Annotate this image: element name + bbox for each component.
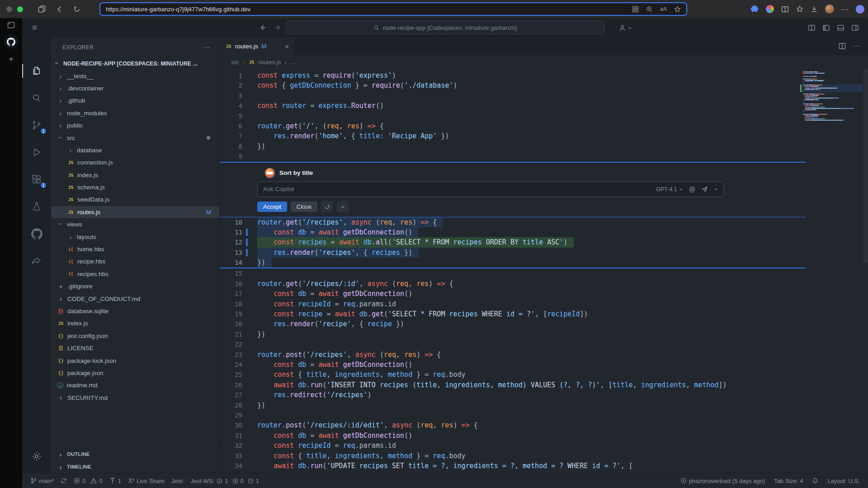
timeline-section[interactable]: › TIMELINE [51,460,219,473]
tree-file-readme-md[interactable]: ireadme.md [51,379,219,391]
editor-scrollbar[interactable] [863,69,868,263]
tree-file-license[interactable]: LICENSE [51,342,219,354]
jest-ws-status[interactable]: Jest-WS: 1 0 ? 1 [191,478,259,484]
tree-file-recipes-hbs[interactable]: {{recipes.hbs [51,268,219,280]
github-logo-icon[interactable] [4,34,19,49]
tree-folder--devcontainer[interactable]: ›.devcontainer [51,82,219,94]
bookmark-star-icon[interactable] [674,6,681,13]
tab-groups-icon[interactable] [632,6,639,13]
branch-status[interactable]: main* [30,478,54,484]
tree-file-package-json[interactable]: {}package.json [51,367,219,379]
tree-file-seeddata-js[interactable]: JSseedData.js [51,193,219,206]
tab-close-icon[interactable]: × [285,42,289,50]
problems-status[interactable]: 0 0 [74,478,102,484]
activity-extensions[interactable]: 1 [22,166,51,193]
tree-file-package-lock-json[interactable]: {}package-lock.json [51,354,219,366]
send-icon[interactable] [701,186,708,192]
split-editor-icon[interactable] [839,42,846,50]
accept-button[interactable]: Accept [257,202,287,212]
account-menu[interactable] [618,23,632,32]
zoom-icon[interactable] [646,6,653,13]
favorites-star-icon[interactable] [796,5,803,13]
menu-hamburger-icon[interactable]: ≡ [32,23,37,33]
tree-folder-node-modules[interactable]: ›node_modules [51,107,219,119]
chevron-down-icon[interactable] [714,187,718,191]
rerun-icon[interactable] [321,201,333,212]
tree-file-index-js[interactable]: JSindex.js [51,169,219,181]
activity-search[interactable] [22,84,51,112]
browser-more-icon[interactable]: ⋯ [841,5,849,14]
tree-folder-views[interactable]: ›views [51,218,219,230]
activity-github[interactable] [22,220,51,247]
keyboard-layout-status[interactable]: Layout: U.S. [827,478,860,484]
command-center-search[interactable]: node-recipe-app [Codespaces: miniature g… [286,21,604,34]
tree-file-schema-js[interactable]: JSschema.js [51,181,219,193]
tree-folder-database[interactable]: ›database [51,144,219,156]
tree-file-code-of-conduct-md[interactable]: ↓CODE_OF_CONDUCT.md [51,292,219,305]
close-button[interactable]: Close [291,202,317,212]
activity-explorer[interactable] [22,57,51,84]
tree-file-home-hbs[interactable]: {{home.hbs [51,243,219,255]
explorer-root-folder[interactable]: ›NODE-RECIPE-APP [CODESPACES: MINIATURE … [51,57,219,70]
tree-file-security-md[interactable]: ↓SECURITY.md [51,392,219,404]
toggle-panel-icon[interactable] [837,24,844,32]
tree-file--gitignore[interactable]: ◆.gitignore [51,280,219,292]
sync-status[interactable] [61,478,67,484]
tree-file-connection-js[interactable]: JSconnection.js [51,156,219,169]
tree-folder--github[interactable]: ›.github [51,94,219,107]
tree-folder-layouts[interactable]: ›layouts [51,230,219,243]
window-zoom-button[interactable] [17,6,23,12]
copilot-input[interactable]: Ask Copilot GPT-4.1 @ [257,182,724,197]
jest-status[interactable]: Jest: [171,478,184,484]
mention-icon[interactable]: @ [689,186,695,193]
outline-section[interactable]: › OUTLINE [51,448,219,460]
history-back-icon[interactable] [259,24,266,31]
tree-folder-src[interactable]: ›src [51,131,219,144]
browser-reload-icon[interactable] [73,5,80,13]
breadcrumb-file[interactable]: routes.js [259,59,281,66]
toggle-sidebar-icon[interactable] [822,24,830,32]
window-preview-icon[interactable] [7,22,15,28]
blame-status[interactable]: phazonoverload (5 days ago) [680,478,765,484]
editor-more-icon[interactable]: ⋯ [853,42,860,50]
split-view-icon[interactable] [781,5,789,13]
tab-routes-js[interactable]: JS routes.js M × [220,37,295,55]
user-avatar[interactable] [825,5,834,14]
tree-file-routes-js[interactable]: JSroutes.jsM [51,206,219,218]
explorer-more-icon[interactable]: ⋯ [203,43,211,52]
tree-file-recipe-hbs[interactable]: {{recipe.hbs [51,255,219,267]
activity-source-control[interactable]: 1 [22,112,51,139]
add-icon[interactable]: + [9,55,14,63]
history-forward-icon[interactable] [274,24,282,31]
tab-size-status[interactable]: Tab Size: 4 [774,478,803,484]
model-picker[interactable]: GPT-4.1 [656,186,683,192]
extension-badge-icon[interactable] [766,5,774,13]
tree-folder-public[interactable]: ›public [51,119,219,131]
more-actions-chevron-icon[interactable] [337,201,349,212]
address-bar[interactable]: https://miniature-garbanzo-q7j9j477w7h66… [99,2,687,16]
tree-file-database-sqlite[interactable]: database.sqlite [51,305,219,317]
activity-testing[interactable] [22,193,51,220]
profile-circle-icon[interactable] [856,5,864,14]
activity-run-debug[interactable] [22,139,51,166]
tree-file-jest-config-json[interactable]: {}jest.config.json [51,330,219,342]
tree-file-index-js[interactable]: JSindex.js [51,317,219,329]
breadcrumb-src[interactable]: src [231,59,239,66]
extensions-puzzle-icon[interactable] [750,5,759,13]
ports-status[interactable]: 1 [109,478,121,484]
layout-columns-icon[interactable] [808,24,816,32]
tree-folder--tests-[interactable]: ›__tests__ [51,70,219,82]
minimap[interactable] [803,71,863,121]
window-close-button[interactable] [6,6,12,12]
breadcrumb-symbol[interactable]: … [290,59,296,66]
code-editor[interactable]: 1const express = require('express')2cons… [220,69,868,473]
activity-live-share[interactable] [22,247,51,274]
notifications-bell-icon[interactable] [812,478,818,484]
toggle-secondary-sidebar-icon[interactable] [851,24,859,32]
tab-overview-icon[interactable] [38,5,46,13]
reader-mode-icon[interactable]: aA [660,6,667,12]
downloads-icon[interactable] [811,5,818,13]
breadcrumb[interactable]: src › JS routes.js › … [220,55,868,69]
live-share-status[interactable]: Live Share [128,478,165,484]
browser-back-icon[interactable] [56,5,63,13]
